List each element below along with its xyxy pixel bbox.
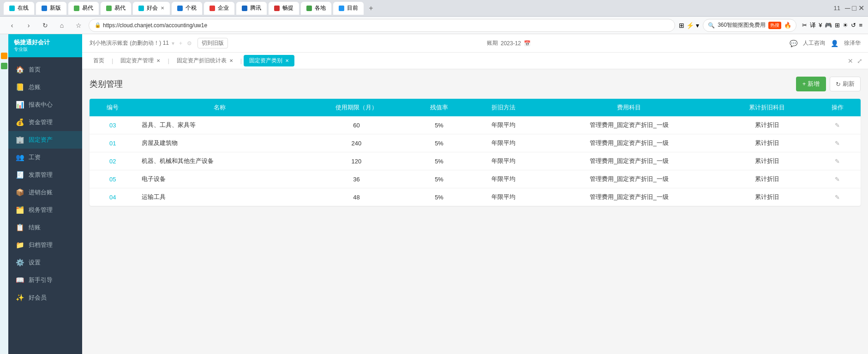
content-maximize-btn[interactable]: ⤢ [857,57,862,65]
browser-tab-tax[interactable]: 个税 [172,2,202,15]
sidebar-item-member[interactable]: ✨ 好会员 [8,289,82,306]
bookmark-button[interactable]: ☆ [72,19,85,32]
tab-home[interactable]: 首页 [88,55,110,66]
close-window-btn[interactable]: ✕ [858,4,864,12]
cell-action-2[interactable]: ✎ [814,152,861,170]
consult-label[interactable]: 人工咨询 [803,39,825,47]
cell-action-4[interactable]: ✎ [814,188,861,206]
plus-btn[interactable]: + [177,40,184,47]
sidebar-item-funds[interactable]: 💰 资金管理 [8,114,82,131]
sidebar-item-ledger[interactable]: 📒 总账 [8,78,82,96]
sidebar-item-inout[interactable]: 📦 进销台账 [8,184,82,201]
reload-button[interactable]: ↻ [39,19,52,32]
cell-expense-0: 管理费用_固定资产折旧_一级 [539,116,719,134]
apps-icon[interactable]: ⊞ [835,22,840,29]
lightning-icon[interactable]: ⚡ [686,22,694,29]
translate-icon[interactable]: 译 [810,21,816,30]
game-icon[interactable]: 🎮 [825,22,832,29]
tab-sep-1: | [112,57,113,64]
cell-action-0[interactable]: ✎ [814,116,861,134]
side-icon-2 [1,63,7,69]
grid-icon[interactable]: ⊞ [679,22,684,29]
sidebar-item-settings[interactable]: ⚙️ 设置 [8,254,82,271]
cell-action-3[interactable]: ✎ [814,170,861,188]
table-row: 02 机器、机械和其他生产设备 120 5% 年限平均 管理费用_固定资产折旧_… [90,152,861,170]
sidebar-item-invoice[interactable]: 🧾 发票管理 [8,166,82,184]
browser-tab-new[interactable]: 新版 [36,2,66,15]
tab-count[interactable]: 11 [831,5,843,12]
browser-tab-yidai2[interactable]: 易代 [101,2,131,15]
tab-depreciation-stat[interactable]: 固定资产折旧统计表 ✕ [171,55,239,66]
browser-tab-yidai1[interactable]: 易代 [68,2,99,15]
sidebar-menu: 🏠 首页 📒 总账 📊 报表中心 💰 资金管理 🏢 固定资产 👥 工资 [8,57,82,354]
browser-tab-active[interactable]: 好会 ✕ [133,2,170,15]
tab-sep-2: | [168,57,169,64]
cell-residual-3: 5% [410,170,468,188]
browser-tab-online[interactable]: 在线 [4,2,34,15]
sidebar-item-tax[interactable]: 🗂️ 税务管理 [8,201,82,219]
calendar-icon[interactable]: 📅 [524,40,531,47]
home-button[interactable]: ⌂ [55,19,68,32]
sidebar-item-reports[interactable]: 📊 报表中心 [8,96,82,114]
browser-tab-muqian[interactable]: 目前 [333,2,364,15]
back-button[interactable]: ‹ [6,19,18,32]
undo-icon[interactable]: ↺ [851,22,856,29]
cell-accumulated-1: 累计折旧 [719,134,814,152]
col-header-residual: 残值率 [410,99,468,116]
tab-fixed-assets-mgmt[interactable]: 固定资产管理 ✕ [115,55,166,66]
browser-tab-changt[interactable]: 畅提 [269,2,299,15]
sidebar-item-home[interactable]: 🏠 首页 [8,61,82,78]
sidebar: 畅捷通好会计 专业版 🏠 首页 📒 总账 📊 报表中心 💰 资金管理 � [8,34,82,354]
content-minimize-btn[interactable]: ✕ [848,57,853,65]
cell-name-1: 房屋及建筑物 [136,134,303,152]
tab-close-2[interactable]: ✕ [229,58,233,63]
reports-icon: 📊 [16,101,24,109]
url-bar[interactable]: 🔒 https://cloud.chanjet.com/accounting/u… [89,19,675,32]
switch-to-old-btn[interactable]: 切到旧版 [198,38,228,48]
add-category-button[interactable]: + 新增 [796,77,826,91]
browser-tab-bar: 在线 新版 易代 易代 好会 ✕ 个税 企业 腾讯 畅提 各地 目前 + [0,0,868,17]
col-header-expense: 费用科目 [539,99,719,116]
search-bar[interactable]: 🔍 360智能抠图免费用 热搜 🔥 [703,19,796,32]
account-name: 刘小艳演示账套 (勿删勿动！) 11 [90,39,169,47]
tab-close-3[interactable]: ✕ [285,58,289,63]
side-icons-strip [0,34,8,354]
dropdown-icon[interactable]: ▾ [696,22,699,29]
tab-sep-3: | [240,57,242,64]
salary-icon: 👥 [16,153,24,162]
sidebar-item-fixed-assets[interactable]: 🏢 固定资产 [8,131,82,149]
dropdown-arrow[interactable]: ▾ [172,40,174,47]
logo-sub: 专业版 [14,46,50,53]
tab-fixed-assets-category[interactable]: 固定资产类别 ✕ [244,55,294,66]
address-bar: ‹ › ↻ ⌂ ☆ 🔒 https://cloud.chanjet.com/ac… [0,17,868,34]
page-header: 类别管理 + 新增 ↻ 刷新 [90,77,861,91]
sun-icon[interactable]: ☀ [843,22,848,29]
member-icon: ✨ [16,294,24,302]
sidebar-item-close-account[interactable]: 📋 结账 [8,219,82,236]
gear-small-icon[interactable]: ⚙ [187,40,192,47]
minimize-btn[interactable]: ─ [845,4,850,12]
cut-icon[interactable]: ✂ [802,22,807,29]
close-account-icon: 📋 [16,223,24,232]
refresh-button[interactable]: ↻ 刷新 [830,77,861,91]
maximize-btn[interactable]: □ [852,4,856,12]
tab-close-1[interactable]: ✕ [156,58,160,63]
browser-tab-enterprise[interactable]: 企业 [204,2,234,15]
cell-name-2: 机器、机械和其他生产设备 [136,152,303,170]
forward-button[interactable]: › [22,19,35,32]
browser-tab-close[interactable]: ✕ [161,6,164,11]
cell-months-1: 240 [303,134,410,152]
col-header-action: 操作 [814,99,861,116]
sidebar-item-salary[interactable]: 👥 工资 [8,149,82,166]
user-name[interactable]: 徐泽华 [844,39,861,47]
browser-tab-tencent[interactable]: 腾讯 [236,2,267,15]
sidebar-item-archive[interactable]: 📁 归档管理 [8,236,82,254]
new-tab-button[interactable]: + [365,3,377,14]
sidebar-item-guide[interactable]: 📖 新手引导 [8,271,82,289]
cell-action-1[interactable]: ✎ [814,134,861,152]
cell-method-4: 年限平均 [468,188,539,206]
header-actions: + 新增 ↻ 刷新 [796,77,861,91]
menu-icon[interactable]: ≡ [859,22,862,29]
yuan-icon[interactable]: ¥ [819,22,822,29]
browser-tab-gedi[interactable]: 各地 [301,2,331,15]
